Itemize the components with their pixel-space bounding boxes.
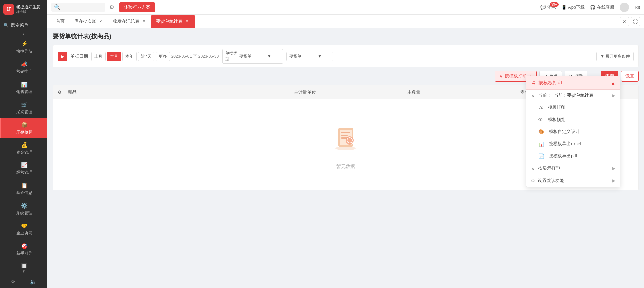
dropdown-header[interactable]: 🖨 按模板打印 ▲ — [526, 76, 620, 90]
tab-close-receivable-summary[interactable]: × — [141, 19, 147, 24]
main-area: 🔍 ⚙ 体验行业方案 💬 消息 99+ 📱 App下载 🎧 在线客服 Rit — [47, 0, 644, 288]
expand-icon: ▼ — [600, 54, 604, 59]
settings-button[interactable]: 设置 — [621, 71, 639, 82]
type-filter-select[interactable]: 单据类型 要货单 ▼ — [222, 49, 283, 64]
sidebar-item-purchase[interactable]: 🛒 采购管理 — [0, 98, 47, 118]
expand-more-btn[interactable]: ▼ 展开更多条件 — [596, 52, 634, 61]
purchase-icon: 🛒 — [21, 101, 28, 108]
dropdown-item-template-custom[interactable]: 🎨 模板自定义设计 — [526, 126, 620, 138]
sidebar-bottom: ⚙ 🔈 — [0, 275, 47, 288]
message-icon: 💬 — [540, 5, 546, 10]
dropdown-parent-items-section: 🖨 按显示打印 ▶ ⚙ 设置默认功能 ▶ — [526, 162, 620, 187]
sidebar-item-operations[interactable]: 📈 经营管理 — [0, 159, 47, 179]
tab-close-order-stats[interactable]: × — [184, 19, 190, 24]
tab-close-inventory-batch[interactable]: × — [98, 19, 104, 24]
order-type-filter[interactable]: 要货单 ▼ — [286, 52, 333, 61]
avatar[interactable] — [620, 3, 629, 12]
dropdown-item-set-default[interactable]: ⚙ 设置默认功能 ▶ — [526, 174, 620, 187]
system-icon: ⚙️ — [21, 202, 28, 209]
sidebar-item-system[interactable]: ⚙️ 系统管理 — [0, 199, 47, 219]
sidebar-item-guide[interactable]: 🎯 新手引导 — [0, 239, 47, 260]
dropdown-item-export-pdf[interactable]: 📄 按模板导出pdf — [526, 150, 620, 162]
date-btn-more[interactable]: 更多 — [156, 52, 170, 61]
tab-close-window-btn[interactable]: ✕ — [620, 17, 629, 26]
header-search-box[interactable]: 🔍 — [51, 3, 105, 12]
sidebar-item-finance[interactable]: 💰 资金管理 — [0, 138, 47, 159]
current-item-arrow-icon: ▶ — [612, 93, 615, 98]
date-filter-label: 单据日期 — [70, 53, 88, 59]
template-preview-icon: 👁 — [538, 117, 543, 122]
settings-bottom-icon[interactable]: ⚙ — [11, 278, 16, 285]
mute-icon[interactable]: 🔈 — [30, 278, 37, 285]
dropdown-current-section: 🖨 当前： 当前：要货单统计表 ▶ — [526, 90, 620, 101]
template-custom-icon: 🎨 — [538, 129, 544, 134]
app-download-icon: 📱 — [561, 5, 567, 10]
dropdown-item-export-excel[interactable]: 📊 按模板导出excel — [526, 138, 620, 150]
tab-home[interactable]: 首页 — [51, 15, 69, 28]
app-download-item[interactable]: 📱 App下载 — [561, 4, 585, 10]
finance-icon: 💰 — [21, 142, 28, 148]
sidebar-item-sales[interactable]: 📊 销售管理 — [0, 78, 47, 98]
th-product: 商品 — [68, 89, 294, 95]
sidebar-scroll-up[interactable]: ▲ — [0, 31, 47, 37]
content-area: 要货单统计表(按商品) ▶ 单据日期 上月 本月 本年 近7天 更多 2023-… — [47, 28, 644, 288]
quick-nav-icon: ⚡ — [21, 41, 28, 47]
tab-order-stats[interactable]: 要货单统计表 × — [151, 15, 195, 28]
search-menu[interactable]: 🔍 搜索菜单 — [0, 19, 47, 31]
select-dropdown-icon: ▼ — [267, 54, 280, 59]
display-print-icon: 🖨 — [531, 166, 535, 171]
dropdown-item-display-print[interactable]: 🖨 按显示打印 ▶ — [526, 162, 620, 174]
filter-bar: ▶ 单据日期 上月 本月 本年 近7天 更多 2023-06-01 至 2023… — [53, 45, 639, 67]
sidebar-item-cooperation[interactable]: 🤝 企业协同 — [0, 219, 47, 239]
username-label: Rit — [635, 5, 640, 10]
tab-receivable-summary[interactable]: 收发存汇总表 × — [108, 15, 151, 28]
header-right: 💬 消息 99+ 📱 App下载 🎧 在线客服 Rit — [540, 3, 640, 12]
order-filter-label: 要货单 — [289, 54, 302, 59]
operations-icon: 📈 — [21, 162, 28, 168]
sidebar-item-quick-nav[interactable]: ⚡ 快捷导航 — [0, 37, 47, 58]
sidebar-item-app-center[interactable]: 🔲 应用中心 — [0, 260, 47, 268]
date-btn-this-year[interactable]: 本年 — [122, 52, 137, 61]
filter-toggle-button[interactable]: ▶ — [58, 52, 67, 61]
app-logo: 好 畅捷通好生意 标准版 — [0, 0, 47, 19]
tab-inventory-batch[interactable]: 库存批次账 × — [69, 15, 108, 28]
date-options: 上月 本月 本年 近7天 更多 2023-06-01 至 2023-06-30 — [91, 52, 219, 61]
header-gear-icon[interactable]: ⚙ — [109, 4, 114, 10]
date-btn-prev-month[interactable]: 上月 — [91, 52, 106, 61]
top-header: 🔍 ⚙ 体验行业方案 💬 消息 99+ 📱 App下载 🎧 在线客服 Rit — [47, 0, 644, 15]
svg-point-0 — [335, 146, 356, 150]
date-btn-this-month[interactable]: 本月 — [107, 52, 121, 61]
order-select-icon: ▼ — [318, 54, 330, 59]
tab-maximize-btn[interactable]: ⛶ — [631, 17, 640, 26]
svg-rect-4 — [341, 135, 348, 136]
sidebar-scroll-down[interactable]: ▼ — [0, 268, 47, 275]
headset-icon: 🎧 — [590, 5, 595, 10]
sidebar-item-marketing[interactable]: 📣 营销推广 — [0, 58, 47, 78]
empty-text: 暂无数据 — [336, 164, 355, 170]
date-range: 2023-06-01 至 2023-06-30 — [171, 54, 219, 59]
date-btn-7days[interactable]: 近7天 — [138, 52, 154, 61]
inventory-icon: 📦 — [21, 122, 28, 128]
logo-text: 畅捷通好生意 标准版 — [16, 5, 40, 14]
printer-icon: 🖨 — [499, 74, 503, 79]
th-settings[interactable]: ⚙ — [58, 90, 68, 95]
dropdown-item-template-preview[interactable]: 👁 模板预览 — [526, 114, 620, 126]
dropdown-item-template-print[interactable]: 🖨 模板打印 — [526, 101, 620, 114]
page-title: 要货单统计表(按商品) — [53, 32, 639, 40]
export-excel-icon: 📊 — [538, 141, 544, 147]
print-dropdown-menu: 🖨 按模板打印 ▲ 🖨 当前： 当前：要货单统计表 ▶ — [526, 76, 620, 187]
export-pdf-icon: 📄 — [538, 153, 544, 159]
header-search-icon: 🔍 — [54, 4, 61, 10]
message-badge: 99+ — [550, 2, 559, 7]
online-service-item[interactable]: 🎧 在线客服 — [590, 4, 614, 10]
sidebar-item-basic-info[interactable]: 📋 基础信息 — [0, 179, 47, 199]
message-item[interactable]: 💬 消息 99+ — [540, 4, 556, 10]
sidebar-item-inventory[interactable]: 📦 库存核算 — [0, 118, 47, 138]
header-search-input[interactable] — [62, 5, 103, 10]
dropdown-collapse-icon[interactable]: ▲ — [611, 80, 615, 86]
logo-icon: 好 — [3, 4, 14, 15]
display-print-arrow-icon: ▶ — [612, 166, 615, 171]
trial-button[interactable]: 体验行业方案 — [119, 2, 155, 12]
current-item[interactable]: 🖨 当前： 当前：要货单统计表 ▶ — [526, 90, 620, 101]
sidebar: 好 畅捷通好生意 标准版 🔍 搜索菜单 ▲ ⚡ 快捷导航 📣 营销推广 📊 销售… — [0, 0, 47, 288]
